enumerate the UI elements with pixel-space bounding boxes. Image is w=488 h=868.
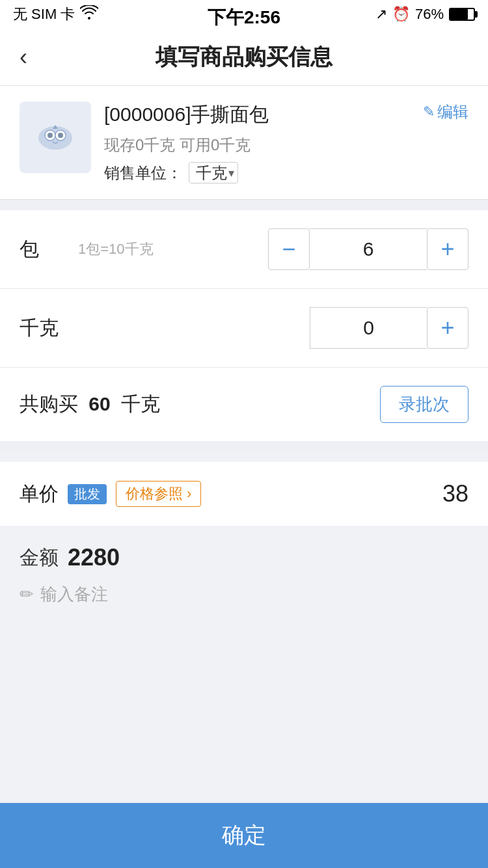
svg-point-3 xyxy=(47,133,53,138)
amount-label: 金额 xyxy=(20,545,59,571)
remark-row[interactable]: ✏ 输入备注 xyxy=(20,583,468,606)
total-unit: 千克 xyxy=(121,393,160,414)
status-left: 无 SIM 卡 xyxy=(13,5,98,24)
price-row: 单价 批发 价格参照 › 38 xyxy=(20,480,468,508)
remark-placeholder: 输入备注 xyxy=(40,583,108,606)
kg-quantity-control: + xyxy=(310,307,468,349)
divider-2 xyxy=(0,441,488,452)
kg-row: 千克 + xyxy=(0,289,488,368)
unit-select[interactable]: 千克 xyxy=(189,162,238,183)
status-right: ↗ ⏰ 76% xyxy=(375,6,475,23)
product-thumbnail xyxy=(20,102,91,173)
battery-percent: 76% xyxy=(415,6,444,23)
back-button[interactable]: ‹ xyxy=(20,44,27,71)
package-quantity-control: − + xyxy=(268,228,468,270)
pencil-icon: ✏ xyxy=(20,584,34,604)
amount-value: 2280 xyxy=(68,544,120,571)
input-section: 包 1包=10千克 − + 千克 + xyxy=(0,210,488,368)
carrier-text: 无 SIM 卡 xyxy=(13,5,75,24)
product-stock: 现存0千克 可用0千克 xyxy=(104,135,468,156)
wifi-icon xyxy=(80,5,98,23)
location-icon: ↗ xyxy=(375,6,387,23)
package-label: 包 xyxy=(20,236,72,263)
batch-button[interactable]: 录批次 xyxy=(380,386,468,423)
package-increment-button[interactable]: + xyxy=(427,228,468,270)
product-info: [0000006]手撕面包 ✎ 编辑 现存0千克 可用0千克 销售单位： 千克 xyxy=(104,102,468,183)
unit-select-wrapper[interactable]: 千克 xyxy=(189,162,238,183)
kg-label: 千克 xyxy=(20,315,72,342)
product-unit-row: 销售单位： 千克 xyxy=(104,162,468,183)
price-section: 单价 批发 价格参照 › 38 xyxy=(0,462,488,526)
divider-1 xyxy=(0,200,488,210)
kg-quantity-input[interactable] xyxy=(310,307,427,349)
package-decrement-button[interactable]: − xyxy=(268,228,310,270)
status-time: 下午2:56 xyxy=(208,5,280,30)
edit-label: 编辑 xyxy=(437,102,468,122)
bottom-space xyxy=(0,612,488,794)
total-quantity: 60 xyxy=(88,393,110,414)
product-logo-icon xyxy=(36,118,75,157)
unit-label: 销售单位： xyxy=(104,163,182,183)
edit-icon: ✎ xyxy=(423,103,435,120)
confirm-button[interactable]: 确定 xyxy=(0,803,488,868)
svg-point-4 xyxy=(58,133,63,138)
package-quantity-input[interactable] xyxy=(310,228,427,270)
total-text: 共购买 60 千克 xyxy=(20,391,160,418)
total-label: 共购买 xyxy=(20,393,78,414)
package-hint: 1包=10千克 xyxy=(78,239,268,259)
price-tag: 批发 xyxy=(68,484,107,504)
price-label-group: 单价 批发 价格参照 › xyxy=(20,481,201,508)
edit-button[interactable]: ✎ 编辑 xyxy=(423,102,468,122)
total-row: 共购买 60 千克 录批次 xyxy=(0,368,488,441)
price-value: 38 xyxy=(442,480,468,508)
amount-section: 金额 2280 ✏ 输入备注 xyxy=(0,526,488,612)
alarm-icon: ⏰ xyxy=(392,6,410,23)
price-ref-button[interactable]: 价格参照 › xyxy=(116,481,201,507)
amount-row: 金额 2280 xyxy=(20,544,468,571)
battery-icon xyxy=(449,8,475,21)
product-card: [0000006]手撕面包 ✎ 编辑 现存0千克 可用0千克 销售单位： 千克 xyxy=(0,86,488,200)
product-name-row: [0000006]手撕面包 ✎ 编辑 xyxy=(104,102,468,128)
price-label: 单价 xyxy=(20,481,59,508)
product-name: [0000006]手撕面包 xyxy=(104,102,423,128)
page-title: 填写商品购买信息 xyxy=(156,42,332,72)
nav-bar: ‹ 填写商品购买信息 xyxy=(0,29,488,86)
status-bar: 无 SIM 卡 下午2:56 ↗ ⏰ 76% xyxy=(0,0,488,29)
svg-point-0 xyxy=(38,126,72,150)
kg-increment-button[interactable]: + xyxy=(427,307,468,349)
package-row: 包 1包=10千克 − + xyxy=(0,210,488,289)
